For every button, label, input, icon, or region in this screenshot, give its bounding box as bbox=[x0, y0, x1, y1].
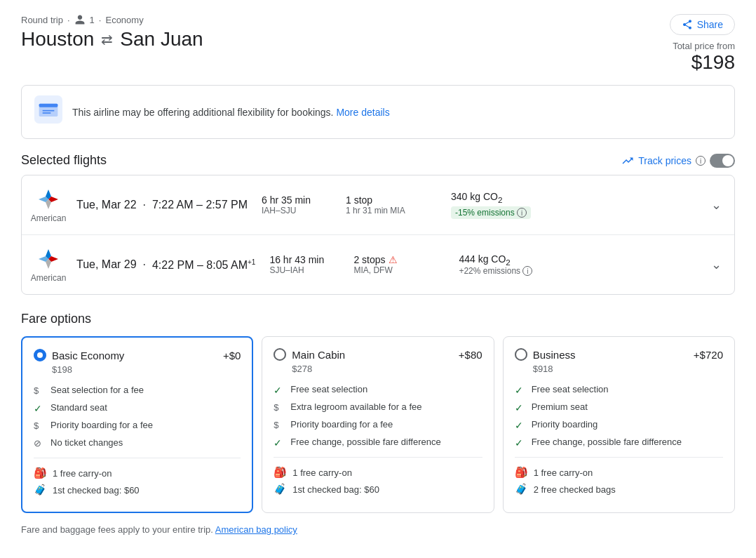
fare-name-row-business: Business bbox=[515, 348, 576, 361]
emissions-info-icon-2[interactable]: i bbox=[522, 266, 532, 276]
check-icon-biz-2: ✓ bbox=[515, 402, 526, 413]
times-1: 7:22 AM – 2:57 PM bbox=[152, 199, 248, 211]
flight-duration-return: 16 hr 43 min SJU–IAH bbox=[269, 254, 339, 275]
baggage-carry-on-biz: 🎒 1 free carry-on bbox=[515, 466, 723, 479]
radio-inner-basic bbox=[37, 352, 43, 358]
feature-text-free-change-main: Free change, possible fare difference bbox=[290, 437, 440, 447]
fare-price-business: $918 bbox=[515, 364, 723, 374]
trending-icon bbox=[621, 154, 634, 167]
fare-price-diff-business: +$720 bbox=[694, 349, 723, 361]
feature-text-standard-seat: Standard seat bbox=[50, 402, 107, 413]
fare-radio-business[interactable] bbox=[515, 348, 527, 361]
warning-icon-2: ⚠ bbox=[389, 254, 398, 265]
fare-name-row-basic: Basic Economy bbox=[34, 349, 124, 361]
fare-card-main[interactable]: Main Cabin +$80 $278 ✓ Free seat selecti… bbox=[262, 336, 494, 513]
feature-text-premium-seat: Premium seat bbox=[532, 401, 588, 412]
feature-text-priority-fee: Priority boarding for a fee bbox=[50, 420, 153, 430]
share-button[interactable]: Share bbox=[670, 14, 735, 35]
airline-logo-return: American bbox=[34, 246, 62, 283]
flight-stops-return: 2 stops ⚠ MIA, DFW bbox=[353, 254, 445, 275]
bag-policy-link[interactable]: American bag policy bbox=[215, 524, 297, 535]
time-range-2: Tue, Mar 29 · 4:22 PM – 8:05 AM+1 bbox=[76, 258, 255, 271]
baggage-carry-on-basic: 🎒 1 free carry-on bbox=[34, 467, 241, 479]
duration-2: 16 hr 43 min bbox=[269, 254, 339, 265]
fare-name-business: Business bbox=[533, 349, 576, 361]
airline-name-1: American bbox=[31, 213, 67, 223]
carry-on-text-main: 1 free carry-on bbox=[292, 467, 352, 478]
total-price-value: $198 bbox=[670, 51, 735, 74]
total-price-label: Total price from bbox=[670, 41, 735, 51]
dollar-icon-1: $ bbox=[34, 385, 45, 397]
route-arrow-icon: ⇄ bbox=[101, 31, 113, 48]
feature-text-free-seat-main: Free seat selection bbox=[290, 384, 367, 394]
route-1: IAH–SJU bbox=[262, 206, 332, 215]
check-icon-main-1: ✓ bbox=[274, 385, 285, 396]
carry-on-icon-main: 🎒 bbox=[274, 466, 287, 479]
stop-detail-1: 1 hr 31 min MIA bbox=[346, 206, 437, 215]
selected-flights-header: Selected flights Track prices i bbox=[21, 153, 735, 168]
flight-row-outbound[interactable]: American Tue, Mar 22 · 7:22 AM – 2:57 PM… bbox=[22, 175, 734, 235]
origin-city: Houston bbox=[21, 28, 94, 51]
expand-icon-2[interactable]: ⌄ bbox=[711, 257, 722, 272]
flexibility-text: This airline may be offering additional … bbox=[72, 107, 390, 118]
checked-bag-icon-basic: 🧳 bbox=[34, 484, 47, 496]
dollar-icon-main-2: $ bbox=[274, 420, 285, 431]
fare-price-diff-basic: +$0 bbox=[223, 350, 241, 361]
feature-free-seat-business: ✓ Free seat selection bbox=[515, 384, 723, 396]
flight-row-return[interactable]: American Tue, Mar 29 · 4:22 PM – 8:05 AM… bbox=[22, 235, 734, 294]
carry-on-text-biz: 1 free carry-on bbox=[534, 467, 593, 478]
fare-name-main: Main Cabin bbox=[292, 349, 345, 361]
expand-icon-1[interactable]: ⌄ bbox=[711, 197, 722, 213]
dollar-icon-main-1: $ bbox=[274, 402, 285, 413]
track-prices-toggle[interactable] bbox=[710, 154, 735, 168]
destination-city: San Juan bbox=[120, 28, 203, 51]
dot-1: · bbox=[67, 15, 70, 25]
fare-features-main: ✓ Free seat selection $ Extra legroom av… bbox=[274, 384, 482, 449]
airline-name-2: American bbox=[31, 273, 67, 283]
check-icon-biz-3: ✓ bbox=[515, 420, 526, 431]
feature-priority-boarding-fee: $ Priority boarding for a fee bbox=[34, 420, 241, 432]
flexibility-banner: This airline may be offering additional … bbox=[21, 85, 735, 139]
passengers: 1 bbox=[90, 15, 95, 25]
feature-free-change-biz: ✓ Free change, possible fare difference bbox=[515, 437, 723, 449]
checked-bag-text-main: 1st checked bag: $60 bbox=[292, 484, 379, 495]
dot-2: · bbox=[99, 15, 102, 25]
feature-free-seat-main: ✓ Free seat selection bbox=[274, 384, 482, 396]
no-changes-icon: ⊘ bbox=[34, 438, 45, 449]
co2-2: 444 kg CO2 bbox=[459, 253, 697, 267]
footer-text: Fare and baggage fees apply to your enti… bbox=[21, 524, 213, 535]
flight-emissions-outbound: 340 kg CO2 -15% emissions i bbox=[451, 191, 697, 220]
date-2: Tue, Mar 29 bbox=[76, 259, 137, 271]
track-prices-label: Track prices bbox=[638, 155, 691, 166]
stop-detail-2: MIA, DFW bbox=[353, 265, 445, 275]
emissions-info-icon-1[interactable]: i bbox=[517, 208, 527, 218]
selected-flights-title: Selected flights bbox=[21, 153, 107, 168]
flexibility-message: This airline may be offering additional … bbox=[72, 107, 334, 118]
flight-time-return: Tue, Mar 29 · 4:22 PM – 8:05 AM+1 bbox=[76, 258, 255, 271]
feature-free-change-main: ✓ Free change, possible fare difference bbox=[274, 437, 482, 449]
feature-text-seat-fee: Seat selection for a fee bbox=[50, 385, 144, 395]
svg-rect-2 bbox=[39, 104, 58, 107]
baggage-carry-on-main: 🎒 1 free carry-on bbox=[274, 466, 482, 479]
fare-header-business: Business +$720 bbox=[515, 348, 723, 361]
date-1: Tue, Mar 22 bbox=[76, 199, 137, 211]
track-prices-info-icon[interactable]: i bbox=[696, 156, 706, 166]
airline-logo-outbound: American bbox=[34, 187, 62, 223]
dollar-icon-2: $ bbox=[34, 420, 45, 432]
fare-card-basic[interactable]: Basic Economy +$0 $198 $ Seat selection … bbox=[21, 336, 253, 513]
flexibility-icon bbox=[34, 95, 62, 128]
fare-features-business: ✓ Free seat selection ✓ Premium seat ✓ P… bbox=[515, 384, 723, 449]
checked-bag-icon-main: 🧳 bbox=[274, 483, 287, 496]
track-prices-area: Track prices i bbox=[621, 154, 735, 168]
american-airlines-logo-2 bbox=[36, 246, 61, 272]
flexibility-more-details-link[interactable]: More details bbox=[336, 107, 389, 118]
fare-price-diff-main: +$80 bbox=[459, 349, 482, 361]
fare-name-row-main: Main Cabin bbox=[274, 348, 345, 361]
feature-text-priority-biz: Priority boarding bbox=[532, 419, 598, 430]
trip-meta: Round trip · 1 · Economy bbox=[21, 14, 203, 25]
feature-text-free-change-biz: Free change, possible fare difference bbox=[532, 437, 682, 447]
stops-1: 1 stop bbox=[346, 194, 437, 206]
fare-radio-basic[interactable] bbox=[34, 349, 46, 361]
fare-card-business[interactable]: Business +$720 $918 ✓ Free seat selectio… bbox=[503, 336, 735, 513]
fare-radio-main[interactable] bbox=[274, 348, 286, 361]
